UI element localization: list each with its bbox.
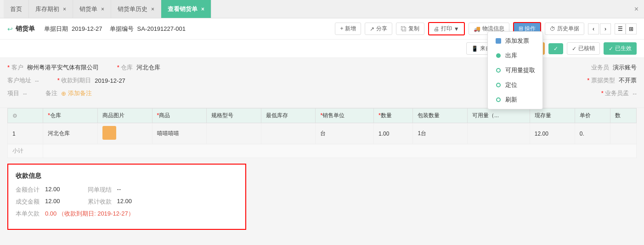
copy-icon: ⿻ — [401, 26, 407, 32]
col-image: 商品图片 — [97, 108, 152, 123]
form-section: 客户 柳州粤港平安气体有限公司 仓库 河北仓库 业务员 演示账号 客户地址 --… — [0, 58, 644, 108]
dropdown-refresh[interactable]: 刷新 — [488, 92, 542, 107]
subtotal-empty — [43, 144, 637, 158]
check-icon: ✓ — [554, 46, 558, 52]
outstanding-field: 本单欠款 0.00 （收款到期日: 2019-12-27） — [16, 210, 134, 218]
tab-sales-history[interactable]: 销货单历史 × — [111, 0, 161, 18]
tab-sales-history-close[interactable]: × — [151, 6, 154, 12]
grid-view-button[interactable]: ⊞ — [626, 23, 637, 34]
operations-label: 操作 — [525, 25, 536, 32]
dropdown-available-qty[interactable]: 可用量提取 — [488, 63, 542, 78]
due-date-label: 收款到期日 — [57, 76, 91, 85]
address-value: -- — [35, 77, 39, 84]
address-field: 客户地址 -- — [7, 76, 39, 85]
logistics-icon: 🚚 — [474, 26, 480, 32]
tab-home[interactable]: 首页 — [4, 0, 29, 18]
tab-inventory[interactable]: 库存期初 × — [29, 0, 73, 18]
gear-icon[interactable]: ⚙ — [12, 113, 17, 119]
tab-view-sales[interactable]: 查看销货单 × — [161, 0, 211, 18]
subtotal-row: 小计 — [8, 144, 637, 158]
customer-value: 柳州粤港平安气体有限公司 — [27, 63, 99, 72]
doc-no-value: SA-20191227-001 — [137, 25, 186, 32]
ticket-type-value: 不开票 — [619, 76, 637, 85]
new-button[interactable]: + 新增 — [335, 23, 361, 35]
tab-sales[interactable]: 销货单 × — [73, 0, 111, 18]
add-note-button[interactable]: ⊕ 添加备注 — [61, 89, 92, 97]
cumulative-received-label: 累计收款 — [88, 198, 112, 206]
summary-box: 收款信息 金额合计 12.00 同单现结 -- 成交金额 12.00 累计收款 … — [7, 164, 246, 230]
dropdown-outbound[interactable]: 出库 — [488, 48, 542, 63]
table-row: 1 河北仓库 嘻嘻嘻嘻 台 1.00 1台 12.00 0. — [8, 123, 637, 144]
project-label: 项目 — [7, 89, 19, 97]
deal-amount-field: 成交金额 12.00 — [16, 198, 60, 206]
staff-field: 业务员 演示账号 — [591, 63, 637, 72]
doc-type-icon: ↩ — [7, 25, 13, 33]
history-button[interactable]: ⏱ 历史单据 — [545, 23, 584, 35]
ticket-type-label: 票据类型 — [587, 76, 615, 85]
header-bar: ↩ 销货单 单据日期 2019-12-27 单据编号 SA-20191227-0… — [0, 18, 644, 40]
next-arrow[interactable]: › — [600, 23, 611, 34]
row-min-stock — [261, 123, 316, 144]
effective-icon: ✓ — [609, 46, 613, 52]
print-button[interactable]: 🖨 打印 ▼ — [428, 22, 465, 35]
col-unit: *销售单位 — [316, 108, 374, 123]
add-note-icon: ⊕ — [61, 90, 66, 97]
outbound-label: 出库 — [505, 51, 517, 60]
copy-label: 复制 — [408, 25, 419, 33]
add-invoice-label: 添加发票 — [505, 37, 529, 45]
project-field: 项目 -- — [7, 89, 27, 97]
refresh-label: 刷新 — [505, 96, 517, 104]
outstanding-value: 0.00 （收款到期日: 2019-12-27） — [45, 210, 134, 218]
already-checked-button[interactable]: ✓ 已核销 — [567, 42, 600, 55]
row-no: 1 — [8, 123, 43, 144]
already-checked-label: 已核销 — [578, 45, 595, 52]
total-amount-label: 金额合计 — [16, 186, 40, 194]
share-button[interactable]: ↗ 分享 — [365, 23, 392, 35]
list-view-button[interactable]: ☰ — [615, 23, 626, 34]
already-effective-button[interactable]: ✓ 已生效 — [604, 42, 637, 55]
row-available — [468, 123, 530, 144]
tab-sales-close[interactable]: × — [101, 6, 104, 12]
same-order-cash-field: 同单现结 -- — [88, 186, 121, 194]
tab-inventory-close[interactable]: × — [63, 6, 66, 12]
row-amount — [610, 123, 637, 144]
outstanding-label: 本单欠款 — [16, 210, 40, 218]
row-image — [97, 123, 152, 144]
check-button[interactable]: ✓ — [548, 43, 563, 54]
tab-home-label: 首页 — [10, 5, 22, 13]
col-min-stock: 最低库存 — [261, 108, 316, 123]
col-product: *商品 — [152, 108, 207, 123]
address-label: 客户地址 — [7, 76, 31, 85]
ticket-type-field: 票据类型 不开票 — [587, 76, 637, 85]
date-value: 2019-12-27 — [72, 25, 102, 32]
add-invoice-icon — [495, 38, 502, 44]
row-unit: 台 — [316, 123, 374, 144]
outbound-icon — [495, 52, 502, 59]
locate-icon — [495, 82, 502, 88]
tab-view-sales-close[interactable]: × — [201, 6, 204, 12]
tab-view-sales-label: 查看销货单 — [168, 5, 198, 13]
customer-label: 客户 — [7, 63, 23, 72]
deal-amount-label: 成交金额 — [16, 198, 40, 206]
tab-sales-history-label: 销货单历史 — [118, 5, 147, 13]
window-close-button[interactable]: × — [634, 5, 638, 13]
prev-arrow[interactable]: ‹ — [588, 23, 599, 34]
nav-arrows: ‹ › — [588, 23, 611, 34]
dropdown-add-invoice[interactable]: 添加发票 — [488, 34, 542, 48]
date-label: 单据日期 — [44, 25, 68, 33]
product-image — [102, 126, 116, 140]
copy-button[interactable]: ⿻ 复制 — [396, 23, 424, 35]
same-order-cash-label: 同单现结 — [88, 186, 112, 194]
col-current-stock: 现存量 — [530, 108, 575, 123]
row-pack-qty: 1台 — [413, 123, 468, 144]
product-table: ⚙ *仓库 商品图片 *商品 规格型号 最低库存 *销售单位 *数量 包装数量 … — [7, 108, 637, 158]
table-header-row: ⚙ *仓库 商品图片 *商品 规格型号 最低库存 *销售单位 *数量 包装数量 … — [8, 108, 637, 123]
dropdown-locate[interactable]: 定位 — [488, 78, 542, 92]
header-actions: + 新增 ↗ 分享 ⿻ 复制 🖨 打印 ▼ 🚚 物流信息 ⊞ 操作 — [335, 22, 637, 35]
doc-no-field: 单据编号 SA-20191227-001 — [110, 25, 186, 33]
checked-icon: ✓ — [572, 46, 576, 52]
print-label: 打印 — [441, 25, 452, 33]
doc-type-title: 销货单 — [16, 25, 35, 33]
operations-dropdown: 添加发票 出库 可用量提取 定位 刷新 — [487, 31, 543, 109]
due-date-field: 收款到期日 2019-12-27 — [57, 76, 125, 85]
